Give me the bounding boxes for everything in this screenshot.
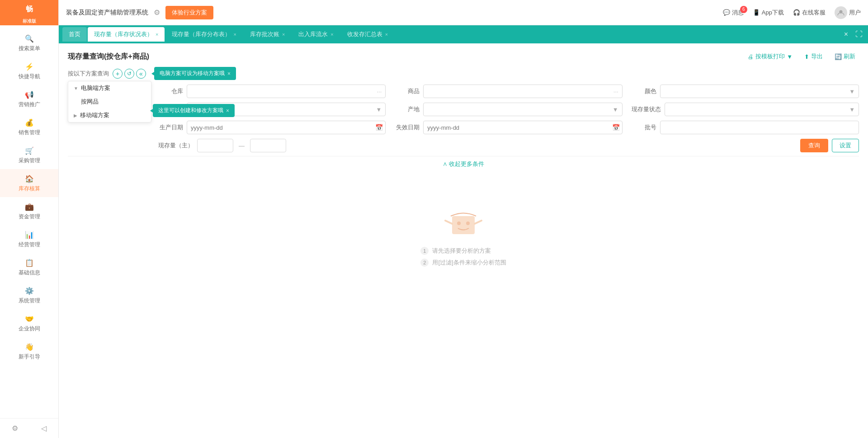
- sidebar-item-finance[interactable]: 💼 资金管理: [0, 197, 58, 225]
- sidebar-item-enterprise[interactable]: 🤝 企业协同: [0, 309, 58, 337]
- settings-bottom-icon[interactable]: ⚙: [12, 424, 18, 433]
- search-icon: 🔍: [24, 33, 34, 43]
- scheme-byproduct-label: 按网品: [81, 98, 99, 106]
- basic-icon: 📋: [24, 258, 34, 268]
- sidebar-item-basic[interactable]: 📋 基础信息: [0, 253, 58, 281]
- scheme-desktop-label: 电脑端方案: [81, 84, 110, 92]
- produce-date-label: 生产日期: [158, 123, 183, 132]
- expand-arrow-icon: ▼: [74, 86, 78, 91]
- sales-icon: 💰: [24, 118, 34, 127]
- message-badge: 6: [740, 6, 747, 13]
- produce-date-input[interactable]: [187, 121, 386, 134]
- tab-batch-close[interactable]: ×: [282, 32, 285, 37]
- sidebar-item-operations[interactable]: 📊 经营管理: [0, 225, 58, 253]
- warehouse-select[interactable]: ···: [187, 85, 386, 98]
- expire-date-calendar-icon[interactable]: 📅: [612, 124, 620, 131]
- print-button[interactable]: 🖨 按模板打印 ▼: [744, 51, 796, 62]
- sidebar-item-purchase-label: 采购管理: [19, 157, 40, 165]
- filter-row-color: 颜色 ▼: [632, 85, 859, 98]
- warehouse-dots-icon: ···: [377, 88, 382, 95]
- sidebar-item-guide[interactable]: 👋 新手引导: [0, 337, 58, 365]
- edit-tooltip-wrap: 这里可以创建和修改方案哦 ×: [153, 104, 235, 117]
- expand-tab-btn[interactable]: ⛶: [854, 28, 864, 40]
- close-all-tabs-btn[interactable]: ×: [842, 28, 850, 40]
- color-select[interactable]: ▼: [660, 85, 859, 98]
- filter-row-expire-date: 失效日期 📅: [395, 121, 622, 134]
- tab-home[interactable]: 首页: [62, 27, 87, 42]
- sidebar-item-inventory[interactable]: 🏠 库存核算: [0, 169, 58, 197]
- filter-row-warehouse: 仓库 ···: [158, 85, 386, 98]
- tab-stock-status-close[interactable]: ×: [156, 32, 158, 37]
- sidebar-item-system[interactable]: ⚙️ 系统管理: [0, 281, 58, 309]
- scheme-item-desktop[interactable]: ▼ 电脑端方案: [68, 81, 151, 95]
- tab-collect-close[interactable]: ×: [385, 32, 388, 37]
- mobile-arrow-icon: ▶: [74, 113, 77, 118]
- tab-stock-status[interactable]: 现存量（库存状况表） ×: [88, 27, 165, 42]
- collapse-up-icon: ∧: [443, 160, 448, 167]
- sidebar-item-search[interactable]: 🔍 搜索菜单: [0, 29, 58, 57]
- sidebar-item-quicknav[interactable]: ⚡ 快捷导航: [0, 57, 58, 85]
- filter-label-row: 按以下方案查询 + ↺ « 电脑方案可设为移动方案哦 ×: [68, 67, 859, 80]
- filter-row-stock-status: 现存量状态 ▼: [632, 103, 859, 116]
- edit-tooltip-close[interactable]: ×: [226, 108, 229, 114]
- avatar: [835, 6, 847, 19]
- stock-main-max-input[interactable]: [250, 139, 286, 152]
- header-user-item[interactable]: 用户: [835, 6, 861, 19]
- sidebar-item-quicknav-label: 快捷导航: [19, 73, 40, 80]
- stock-status-select[interactable]: ▼: [665, 103, 859, 116]
- tab-stock-dist-close[interactable]: ×: [233, 32, 236, 37]
- refresh-icon: 🔄: [835, 53, 842, 60]
- tab-inout-close[interactable]: ×: [330, 32, 333, 37]
- finance-icon: 💼: [24, 202, 34, 212]
- header-settings-icon[interactable]: ⚙: [154, 8, 160, 17]
- sidebar-item-purchase[interactable]: 🛒 采购管理: [0, 141, 58, 169]
- trial-button[interactable]: 体验行业方案: [165, 6, 213, 19]
- tabs-bar: 首页 现存量（库存状况表） × 现存量（库存分布表） × 库存批次账 × 出入库…: [59, 25, 868, 43]
- edit-tooltip-text: 这里可以创建和修改方案哦: [158, 107, 223, 114]
- origin-select[interactable]: ▼: [423, 103, 622, 116]
- tab-collect[interactable]: 收发存汇总表 ×: [341, 27, 394, 42]
- scheme-item-byproduct[interactable]: 按网品: [68, 95, 151, 108]
- collapse-filter-button[interactable]: ∧ 收起更多条件: [68, 156, 859, 172]
- sidebar-bottom: ⚙ ◁: [0, 418, 58, 438]
- tab-collect-label: 收发存汇总表: [347, 30, 382, 38]
- tab-inout[interactable]: 出入库流水 ×: [292, 27, 340, 42]
- product-select[interactable]: ···: [423, 85, 622, 98]
- search-button[interactable]: 查询: [800, 139, 828, 152]
- filter-back-button[interactable]: «: [136, 69, 146, 79]
- scheme-container: ▼ 电脑端方案 按网品 这里可以创建和修改方案哦 ×: [68, 85, 859, 152]
- scheme-item-mobile[interactable]: ▶ 移动端方案: [68, 108, 151, 122]
- collapse-sidebar-icon[interactable]: ◁: [41, 424, 47, 433]
- scheme-tooltip-close[interactable]: ×: [227, 71, 231, 77]
- header-right: 💬 消息 6 📱 App下载 🎧 在线客服 用户: [723, 6, 861, 19]
- export-button[interactable]: ⬆ 导出: [801, 51, 826, 62]
- batch-input[interactable]: [660, 121, 859, 134]
- sidebar-item-guide-label: 新手引导: [19, 353, 40, 361]
- operations-icon: 📊: [24, 230, 34, 240]
- main-area: 装备及固定资产辅助管理系统 ⚙ 体验行业方案 💬 消息 6 📱 App下载 🎧 …: [59, 0, 868, 438]
- tab-batch[interactable]: 库存批次账 ×: [244, 27, 291, 42]
- refresh-button[interactable]: 🔄 刷新: [831, 51, 859, 62]
- produce-date-calendar-icon[interactable]: 📅: [375, 124, 383, 131]
- tab-stock-dist-label: 现存量（库存分布表）: [172, 30, 231, 38]
- header-appdownload-item[interactable]: 📱 App下载: [753, 9, 784, 17]
- sidebar-item-marketing[interactable]: 📢 营销推广: [0, 85, 58, 113]
- sidebar-item-sales[interactable]: 💰 销售管理: [0, 113, 58, 141]
- header-message-item[interactable]: 💬 消息 6: [723, 9, 744, 17]
- empty-step-1: 1 请先选择要分析的方案: [420, 247, 506, 255]
- set-button[interactable]: 设置: [832, 139, 859, 152]
- expire-date-input[interactable]: [423, 121, 622, 134]
- filter-action-buttons: 查询 设置: [632, 139, 859, 152]
- color-label: 颜色: [632, 87, 656, 95]
- stock-main-min-input[interactable]: [197, 139, 233, 152]
- tab-stock-dist[interactable]: 现存量（库存分布表） ×: [165, 27, 242, 42]
- expire-date-label: 失效日期: [395, 123, 420, 132]
- filter-row-product: 商品 ···: [395, 85, 622, 98]
- svg-line-6: [445, 221, 452, 224]
- filter-add-button[interactable]: +: [113, 69, 123, 79]
- filter-reset-button[interactable]: ↺: [124, 69, 134, 79]
- refresh-label: 刷新: [844, 52, 855, 61]
- scheme-tooltip-text: 电脑方案可设为移动方案哦: [160, 70, 225, 77]
- header-support-item[interactable]: 🎧 在线客服: [793, 9, 826, 17]
- color-dropdown-icon: ▼: [849, 88, 855, 95]
